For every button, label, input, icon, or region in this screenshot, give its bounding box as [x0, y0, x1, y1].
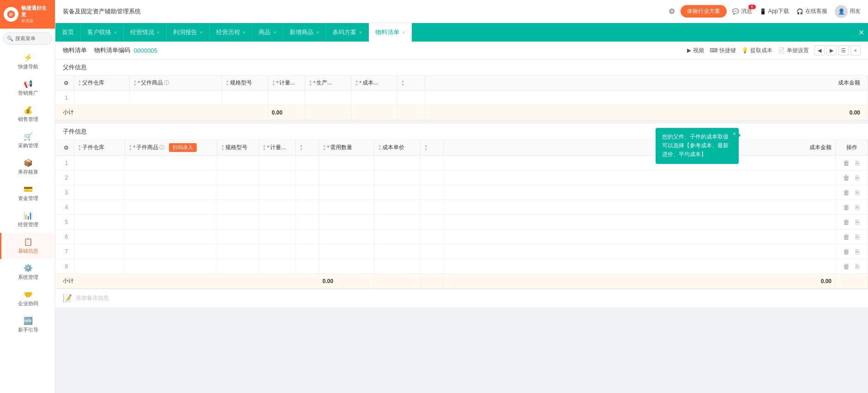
close-all-icon[interactable]: ✕: [858, 28, 864, 37]
search-menu-button[interactable]: 🔍 搜索菜单: [3, 32, 52, 45]
prev-arrow[interactable]: ◀: [814, 45, 825, 55]
experience-button[interactable]: 体验行业方案: [681, 5, 727, 18]
app-download-item[interactable]: 📱 App下载: [760, 7, 789, 15]
delete-icon[interactable]: 🗑: [842, 159, 850, 167]
sidebar-item-guide[interactable]: 🆕新手引导: [0, 312, 55, 338]
copy-icon[interactable]: ⎘: [853, 203, 862, 212]
tab-close-icon[interactable]: ×: [243, 30, 246, 35]
child-row-quantity[interactable]: [319, 170, 374, 185]
delete-icon[interactable]: 🗑: [842, 174, 850, 182]
parent-row-product[interactable]: [129, 91, 222, 105]
view-action[interactable]: ▶ 视频: [687, 47, 704, 54]
child-row-unit[interactable]: [259, 156, 295, 170]
shortcut-action[interactable]: ⌨ 快捷键: [710, 47, 736, 54]
parent-row-unit[interactable]: [268, 91, 305, 105]
settings-icon[interactable]: ⚙: [669, 7, 675, 16]
sidebar-item-system[interactable]: ⚙️系统管理: [0, 259, 55, 285]
sidebar-item-marketing[interactable]: 📢营销推广: [0, 75, 55, 101]
child-row-quantity[interactable]: [319, 230, 374, 244]
sidebar-item-finance[interactable]: 💳资金管理: [0, 180, 55, 206]
tab-close-icon[interactable]: ×: [359, 30, 362, 35]
child-row-unit-cost[interactable]: [374, 200, 420, 215]
sidebar-item-quicknav[interactable]: ⚡快捷导航: [0, 48, 55, 75]
copy-icon[interactable]: ⎘: [853, 248, 862, 256]
child-row-spec[interactable]: [217, 215, 259, 230]
child-row-unit-cost[interactable]: [374, 156, 420, 170]
child-row-quantity[interactable]: [319, 259, 374, 274]
copy-icon[interactable]: ⎘: [853, 159, 862, 167]
child-row-spec[interactable]: [217, 244, 259, 259]
sidebar-item-purchase[interactable]: 🛒采购管理: [0, 127, 55, 154]
child-settings-col-icon[interactable]: ⚙: [64, 145, 69, 151]
parent-row-production[interactable]: [305, 91, 351, 105]
child-row-unit[interactable]: [259, 244, 295, 259]
online-service-item[interactable]: 🎧 在线客服: [796, 7, 827, 15]
delete-icon[interactable]: 🗑: [842, 218, 850, 226]
child-row-unit-cost[interactable]: [374, 244, 420, 259]
child-row-spec[interactable]: [217, 230, 259, 244]
child-row-warehouse[interactable]: [74, 244, 125, 259]
child-row-warehouse[interactable]: [74, 170, 125, 185]
delete-icon[interactable]: 🗑: [842, 262, 850, 271]
nav-tab-新增商品[interactable]: 新增商品×: [283, 23, 326, 42]
copy-icon[interactable]: ⎘: [853, 218, 862, 226]
child-row-unit[interactable]: [259, 215, 295, 230]
sidebar-item-operations[interactable]: 📊经营管理: [0, 206, 55, 233]
child-row-spec[interactable]: [217, 185, 259, 200]
settings-action[interactable]: 📄 单据设置: [778, 47, 809, 54]
child-row-spec[interactable]: [217, 156, 259, 170]
parent-row-warehouse[interactable]: [74, 91, 129, 105]
sidebar-item-inventory[interactable]: 📦库存核算: [0, 154, 55, 180]
copy-icon[interactable]: ⎘: [853, 174, 862, 182]
child-row-warehouse[interactable]: [74, 215, 125, 230]
nav-tab-利润报告[interactable]: 利润报告×: [167, 23, 210, 42]
copy-icon[interactable]: ⎘: [853, 233, 862, 241]
delete-icon[interactable]: 🗑: [842, 248, 850, 256]
nav-tab-物料清单[interactable]: 物料清单×: [369, 23, 412, 42]
copy-icon[interactable]: ⎘: [853, 262, 862, 271]
next-arrow[interactable]: ▶: [826, 45, 837, 55]
child-row-unit-cost[interactable]: [374, 230, 420, 244]
child-row-product[interactable]: [125, 244, 217, 259]
parent-row-cost[interactable]: [351, 91, 397, 105]
child-row-product[interactable]: [125, 170, 217, 185]
child-row-product[interactable]: [125, 230, 217, 244]
message-item[interactable]: 💬 消息 6: [732, 7, 752, 15]
child-row-unit[interactable]: [259, 200, 295, 215]
tab-close-icon[interactable]: ×: [114, 30, 117, 35]
tab-close-icon[interactable]: ×: [273, 30, 276, 35]
nav-tab-经营历程[interactable]: 经营历程×: [210, 23, 253, 42]
child-row-quantity[interactable]: [319, 156, 374, 170]
child-row-warehouse[interactable]: [74, 156, 125, 170]
parent-row-spec[interactable]: [222, 91, 268, 105]
tab-close-icon[interactable]: ×: [402, 30, 405, 35]
cost-action[interactable]: 💡 提取成本: [741, 47, 772, 54]
child-row-product[interactable]: [125, 185, 217, 200]
child-row-warehouse[interactable]: [74, 230, 125, 244]
note-placeholder[interactable]: 添加备注信息: [76, 294, 109, 302]
child-row-product[interactable]: [125, 200, 217, 215]
child-row-quantity[interactable]: [319, 244, 374, 259]
copy-icon[interactable]: ⎘: [853, 188, 862, 197]
tab-close-icon[interactable]: ×: [200, 30, 203, 35]
settings-col-icon[interactable]: ⚙: [64, 80, 69, 86]
child-row-unit-cost[interactable]: [374, 185, 420, 200]
child-row-unit[interactable]: [259, 170, 295, 185]
sidebar-item-basic[interactable]: 📋基础信息: [0, 233, 55, 259]
tooltip-close-button[interactable]: ×: [733, 130, 736, 139]
child-row-unit[interactable]: [259, 259, 295, 274]
nav-tab-经营情况[interactable]: 经营情况×: [124, 23, 167, 42]
child-row-product[interactable]: [125, 259, 217, 274]
child-row-warehouse[interactable]: [74, 200, 125, 215]
user-item[interactable]: 👤 用友: [835, 5, 861, 18]
child-row-spec[interactable]: [217, 259, 259, 274]
nav-tab-客户联络[interactable]: 客户联络×: [81, 23, 124, 42]
child-row-product[interactable]: [125, 215, 217, 230]
delete-icon[interactable]: 🗑: [842, 188, 850, 197]
child-row-quantity[interactable]: [319, 185, 374, 200]
child-row-unit[interactable]: [259, 230, 295, 244]
delete-icon[interactable]: 🗑: [842, 233, 850, 241]
child-row-quantity[interactable]: [319, 215, 374, 230]
add-arrow[interactable]: +: [850, 45, 861, 55]
child-row-unit-cost[interactable]: [374, 170, 420, 185]
